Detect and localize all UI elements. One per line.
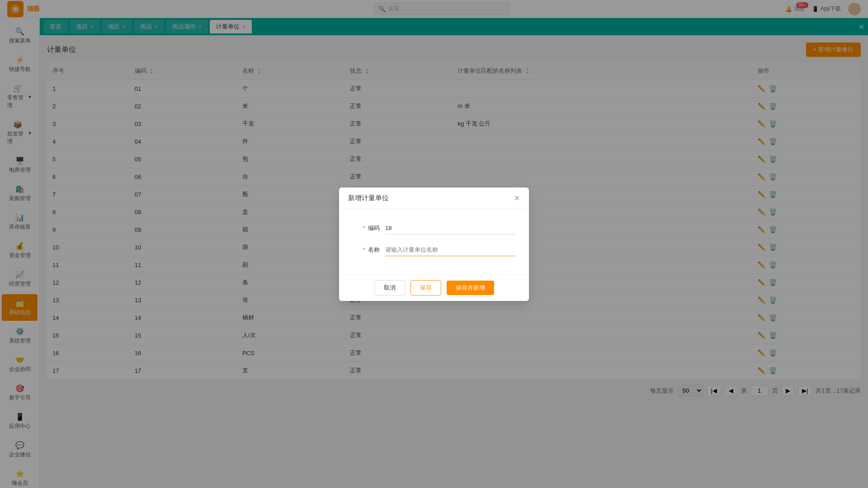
name-required: * (363, 246, 365, 253)
code-input[interactable] (385, 222, 515, 235)
add-unit-modal: 新增计量单位 ✕ * 编码 * 名称 取消 保存 保存并新增 (339, 188, 529, 301)
save-button[interactable]: 保存 (410, 280, 441, 296)
modal-body: * 编码 * 名称 (339, 209, 529, 274)
modal-overlay: 新增计量单位 ✕ * 编码 * 名称 取消 保存 保存并新增 (0, 0, 868, 488)
modal-header: 新增计量单位 ✕ (339, 188, 529, 209)
modal-footer: 取消 保存 保存并新增 (339, 274, 529, 301)
name-input[interactable] (385, 244, 515, 256)
code-label: * 编码 (353, 224, 380, 232)
cancel-button[interactable]: 取消 (374, 280, 405, 296)
name-row: * 名称 (353, 244, 515, 256)
modal-close-button[interactable]: ✕ (514, 194, 520, 202)
code-row: * 编码 (353, 222, 515, 235)
save-and-new-button[interactable]: 保存并新增 (447, 281, 494, 295)
modal-title: 新增计量单位 (348, 194, 389, 202)
code-required: * (363, 225, 365, 231)
name-label: * 名称 (353, 246, 380, 254)
